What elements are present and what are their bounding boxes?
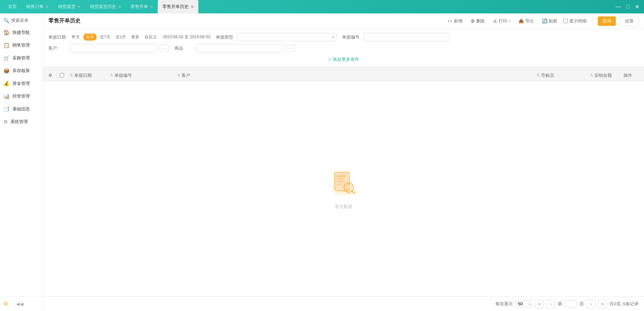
prev-page-button[interactable]: ‹ — [546, 300, 555, 308]
tab-sales-order[interactable]: 销售订单 ✕ — [21, 0, 53, 13]
table-header: ⚙ ⇅ 单据日期 ⇅ 单据编号 ⇅ 客户 ⇅ — [43, 69, 644, 82]
date-1month[interactable]: 近1月 — [114, 34, 128, 41]
date-more[interactable]: 更多 — [129, 34, 141, 41]
maximize-button[interactable]: □ — [625, 3, 631, 10]
last-page-button[interactable]: » — [598, 300, 607, 308]
filter-goods: 商品 ··· — [175, 44, 295, 52]
sidebar-item-purchase-mgmt[interactable]: 🛒 采购管理 — [0, 52, 43, 64]
close-tab-sales-return[interactable]: ✕ — [78, 5, 81, 9]
date-7days[interactable]: 近7天 — [98, 34, 112, 41]
sidebar-item-inventory[interactable]: 📦 库存核算 — [0, 64, 43, 77]
customer-ellipsis-button[interactable]: ··· — [160, 45, 169, 52]
th-action: 操作 — [614, 72, 641, 79]
th-checkbox[interactable] — [56, 73, 67, 77]
sidebar-item-system-mgmt[interactable]: ⚙ 系统管理 — [0, 115, 43, 128]
print-button[interactable]: 🖨 打印 ▾ — [491, 17, 512, 25]
total-records: 共0页, 0条记录 — [609, 301, 639, 307]
sidebar-item-label: 基础信息 — [12, 106, 30, 112]
customer-input[interactable] — [70, 44, 157, 52]
close-tab-sales-return-history[interactable]: ✕ — [118, 5, 121, 9]
close-tab-retail-open[interactable]: ✕ — [150, 5, 153, 9]
type-label: 单据类型 — [216, 34, 235, 40]
date-yesterday[interactable]: 昨天 — [70, 34, 82, 41]
collapse-sidebar-icon[interactable]: ◀◀ — [16, 301, 23, 307]
content-area: 零售开单历史 + + 新增 🗑 删除 🖨 打印 ▾ 📤 导出 — [43, 13, 644, 311]
refresh-icon: 🔄 — [542, 18, 547, 23]
type-select[interactable] — [237, 33, 337, 41]
sidebar-item-finance-mgmt[interactable]: 💰 资金管理 — [0, 77, 43, 90]
sort-amount-icon[interactable]: ⇅ — [590, 73, 593, 77]
tab-sales-return[interactable]: 销货退货 ✕ — [53, 0, 85, 13]
sidebar-item-sales-mgmt[interactable]: 📋 销售管理 — [0, 39, 43, 52]
settings-icon[interactable]: ⚙ — [3, 301, 8, 307]
sidebar-search-label: 搜索采单 — [11, 17, 29, 23]
order-no-input[interactable] — [363, 33, 449, 41]
sidebar-item-basic-info[interactable]: 📑 基础信息 — [0, 103, 43, 115]
minimize-button[interactable]: — — [614, 3, 622, 10]
date-today[interactable]: 今天 — [83, 34, 97, 41]
date-shortcuts: 昨天 今天 近7天 近1月 更多 自定义 — [70, 34, 159, 41]
tab-retail-open-history[interactable]: 零售开单历史 ✕ — [158, 0, 198, 13]
th-date: ⇅ 单据日期 — [67, 72, 107, 79]
sidebar-item-operations-mgmt[interactable]: 📊 经营管理 — [0, 90, 43, 103]
filter-order-no: 单据编号 — [342, 33, 449, 41]
sidebar-item-label: 系统管理 — [10, 119, 28, 125]
goods-ellipsis-button[interactable]: ··· — [286, 45, 295, 52]
filter-panel: 单据日期 昨天 今天 近7天 近1月 更多 自定义 2023-06-02 至 2… — [43, 29, 644, 67]
delete-button[interactable]: 🗑 删除 — [468, 17, 487, 25]
refresh-button[interactable]: 🔄 刷新 — [540, 17, 559, 25]
sidebar-search[interactable]: 🔍 搜索采单 — [0, 13, 43, 26]
export-button[interactable]: 📤 导出 — [516, 17, 536, 25]
close-button[interactable]: ✕ — [634, 3, 641, 11]
tab-home[interactable]: 首页 — [3, 0, 21, 13]
sort-date-icon[interactable]: ⇅ — [70, 73, 73, 77]
per-page-select[interactable]: 10 20 50 100 — [515, 300, 532, 307]
page-number-input[interactable]: 1 — [565, 300, 577, 307]
select-all-checkbox[interactable] — [60, 73, 64, 77]
sidebar-item-label: 采购管理 — [12, 55, 30, 61]
toolbar: 零售开单历史 + + 新增 🗑 删除 🖨 打印 ▾ 📤 导出 — [43, 13, 644, 29]
page-suffix: 页 — [580, 301, 584, 307]
per-page-select-wrapper: 10 20 50 100 — [515, 300, 532, 307]
sort-guide-icon[interactable]: ⇅ — [537, 73, 540, 77]
show-detail-checkbox[interactable] — [563, 19, 568, 23]
svg-rect-5 — [337, 184, 343, 185]
delete-icon: 🗑 — [470, 18, 475, 23]
date-label: 单据日期 — [48, 34, 67, 40]
sidebar: 🔍 搜索采单 🏠 快捷导航 📋 销售管理 🛒 采购管理 📦 库存核算 💰 资金管… — [0, 13, 43, 311]
page-word: 第 — [558, 301, 562, 307]
type-select-wrapper — [237, 33, 337, 41]
finance-icon: 💰 — [3, 81, 10, 87]
collapse-conditions[interactable]: ∧ 收起更多条件 — [48, 55, 639, 64]
close-tab-retail-open-history[interactable]: ✕ — [191, 5, 194, 9]
th-guide: ⇅ 导购员 — [534, 72, 574, 79]
column-settings-icon[interactable]: ⚙ — [48, 73, 52, 78]
filter-date: 单据日期 昨天 今天 近7天 近1月 更多 自定义 2023-06-02 至 2… — [48, 34, 210, 41]
close-tab-sales-order[interactable]: ✕ — [46, 5, 49, 9]
sidebar-item-quick-nav[interactable]: 🏠 快捷导航 — [0, 26, 43, 39]
goods-input[interactable] — [196, 44, 283, 52]
add-button[interactable]: + + 新增 — [445, 17, 464, 25]
basic-info-icon: 📑 — [3, 106, 10, 112]
filter-type: 单据类型 — [216, 33, 337, 41]
next-page-button[interactable]: › — [587, 300, 595, 308]
export-icon: 📤 — [518, 18, 524, 23]
date-custom[interactable]: 自定义 — [143, 34, 159, 41]
per-page-label: 每页显示 — [495, 301, 513, 307]
th-settings[interactable]: ⚙ — [46, 73, 56, 78]
sales-icon: 📋 — [3, 42, 10, 48]
sort-order-no-icon[interactable]: ⇅ — [110, 73, 113, 77]
th-order-no: ⇅ 单据编号 — [107, 72, 175, 79]
customer-label: 客户 — [48, 45, 67, 51]
tab-retail-open[interactable]: 零售开单 ✕ — [126, 0, 158, 13]
first-page-button[interactable]: « — [535, 300, 544, 308]
operations-icon: 📊 — [3, 93, 10, 99]
sort-customer-icon[interactable]: ⇅ — [177, 73, 180, 77]
svg-rect-4 — [337, 181, 345, 182]
query-button[interactable]: 查询 — [598, 16, 616, 26]
show-detail-label: 显示明细 — [569, 18, 587, 24]
top-navbar: 首页 销售订单 ✕ 销货退货 ✕ 销货退货历史 ✕ 零售开单 ✕ 零售开单历史 … — [0, 0, 644, 13]
tab-sales-return-history[interactable]: 销货退货历史 ✕ — [85, 0, 126, 13]
settings-filter-button[interactable]: 设置 — [620, 16, 639, 26]
svg-point-7 — [346, 185, 352, 191]
